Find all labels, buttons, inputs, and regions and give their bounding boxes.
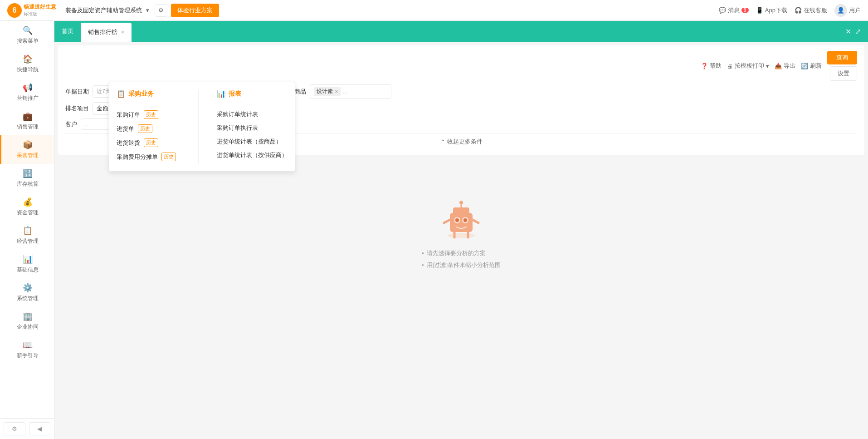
goods-tag: 设计素 × [314,87,341,96]
sidebar-settings-btn[interactable]: ⚙ [4,422,25,435]
tab-sales-ranking[interactable]: 销售排行榜 × [81,23,132,42]
print-dropdown-icon[interactable]: ▾ [766,63,769,69]
logo-area: 6 畅通道好生意 标准版 [7,3,62,18]
goods-filter: 商品 设计素 × ... [294,84,391,99]
svg-point-5 [455,218,459,222]
base-icon: 📊 [23,254,33,264]
export-btn[interactable]: 📤 导出 [775,62,795,70]
filter-toolbar: ❓ 帮助 🖨 按模板打印 ▾ 📤 导出 🔄 [65,51,857,81]
sidebar-item-system[interactable]: ⚙️系统管理 [0,278,54,307]
app-download-btn[interactable]: 📱 App下载 [756,6,787,15]
purchase-menu-item[interactable]: 进货单历史 [117,122,180,136]
empty-tips: 请先选择要分析的方案 用[过滤]条件来缩小分析范围 [422,247,501,271]
tab-home[interactable]: 首页 [54,21,81,42]
svg-point-0 [448,233,475,238]
content-area: 首页 销售排行榜 × ✕ ⤢ ❓ [54,21,868,439]
sidebar-item-purchase[interactable]: 📦采购管理 [0,135,54,164]
report-menu-item[interactable]: 采购订单执行表 [217,121,288,135]
settings-icon[interactable]: ⚙ [155,4,167,17]
purchase-menu-item[interactable]: 采购订单历史 [117,108,180,122]
marketing-icon: 📢 [23,83,33,93]
sidebar-item-sales[interactable]: 💼销售管理 [0,107,54,135]
purchase-section-icon: 📋 [117,89,126,98]
quicknav-icon: 🏠 [23,54,33,64]
online-service-btn[interactable]: 🎧 在线客服 [795,6,827,15]
help-icon: ❓ [701,63,708,69]
report-section-icon: 📊 [217,89,226,98]
report-section: 📊 报表 采购订单统计表采购订单执行表进货单统计表（按商品）进货单统计表（按供应… [217,89,288,164]
logo-icon: 6 [7,3,22,18]
sidebar-item-finance[interactable]: 💰资金管理 [0,192,54,221]
history-badge: 历史 [161,153,176,161]
export-icon: 📤 [775,63,782,69]
print-icon: 🖨 [727,63,733,69]
logo-title: 畅通道好生意 [24,3,56,11]
message-icon: 💬 [719,7,726,14]
svg-point-8 [459,201,463,204]
svg-point-6 [463,218,467,222]
tab-close-btn[interactable]: × [121,29,124,35]
refresh-btn[interactable]: 🔄 刷新 [801,62,822,70]
collapse-icon: ⌃ [440,138,445,145]
query-btn[interactable]: 查询 [827,51,857,64]
history-badge: 历史 [138,124,152,133]
purchase-section: 📋 采购业务 采购订单历史进货单历史进货退货历史采购费用分摊单历史 [117,89,180,164]
sidebar-item-enterprise[interactable]: 🏢企业协同 [0,307,54,335]
sidebar-item-marketing[interactable]: 📢营销推广 [0,78,54,107]
svg-rect-2 [453,207,469,217]
sidebar-item-guide[interactable]: 📖新手引导 [0,335,54,364]
purchase-menu-item[interactable]: 进货退货历史 [117,136,180,150]
tab-actions: ✕ ⤢ [845,27,868,36]
history-badge: 历史 [144,138,158,147]
system-dropdown-btn[interactable]: ▾ [142,5,153,16]
sidebar-bottom: ⚙ ◀ [0,418,54,439]
search-icon: 🔍 [23,25,33,35]
enterprise-icon: 🏢 [23,311,33,321]
purchase-menu-item[interactable]: 采购费用分摊单历史 [117,150,180,164]
goods-tag-close[interactable]: × [335,89,338,95]
sidebar: 🔍搜索菜单🏠快捷导航📢营销推广💼销售管理📦采购管理🔢库存核算💰资金管理📋经营管理… [0,21,54,439]
report-menu-item[interactable]: 进货单统计表（按商品） [217,135,288,148]
industry-btn[interactable]: 体验行业方案 [171,4,219,17]
phone-icon: 📱 [756,7,763,14]
notification-badge: 9 [741,8,749,13]
history-badge: 历史 [144,110,158,119]
guide-icon: 📖 [23,340,33,350]
sidebar-item-quicknav[interactable]: 🏠快捷导航 [0,49,54,78]
logo-text: 畅通道好生意 标准版 [24,3,56,17]
system-title: 装备及固定资产辅助管理系统 [65,6,142,15]
window-close-btn[interactable]: ✕ [845,27,851,36]
window-maximize-btn[interactable]: ⤢ [855,27,861,36]
sidebar-item-operation[interactable]: 📋经营管理 [0,221,54,250]
inventory-icon: 🔢 [23,168,33,178]
report-menu-item[interactable]: 采购订单统计表 [217,108,288,121]
empty-icon [434,195,488,240]
purchase-icon: 📦 [23,140,33,150]
svg-line-9 [444,220,450,223]
content-body: ❓ 帮助 🖨 按模板打印 ▾ 📤 导出 🔄 [54,42,868,439]
system-icon: ⚙️ [23,283,33,293]
report-section-title: 📊 报表 [217,89,288,102]
user-avatar: 👤 [834,4,847,17]
report-menu-item[interactable]: 进货单统计表（按供应商） [217,148,288,162]
sidebar-item-base[interactable]: 📊基础信息 [0,250,54,278]
sales-icon: 💼 [23,111,33,121]
headset-icon: 🎧 [795,7,802,14]
tab-bar: 首页 销售排行榜 × ✕ ⤢ [54,21,868,42]
help-btn[interactable]: ❓ 帮助 [701,62,722,70]
refresh-icon: 🔄 [801,63,808,69]
goods-input[interactable]: 设计素 × ... [310,84,391,99]
finance-icon: 💰 [23,197,33,207]
settings-btn[interactable]: 设置 [830,66,857,81]
operation-icon: 📋 [23,226,33,236]
user-menu-btn[interactable]: 👤 用户 [834,4,861,17]
purchase-dropdown-menu: 📋 采购业务 采购订单历史进货单历史进货退货历史采购费用分摊单历史 📊 报表 采… [109,82,295,172]
empty-state: 请先选择要分析的方案 用[过滤]条件来缩小分析范围 [54,158,868,307]
sidebar-collapse-btn[interactable]: ◀ [29,422,51,435]
sidebar-item-inventory[interactable]: 🔢库存核算 [0,164,54,192]
logo-subtitle: 标准版 [24,11,56,17]
notification-btn[interactable]: 💬 消息 9 [719,6,749,15]
sidebar-item-search[interactable]: 🔍搜索菜单 [0,21,54,49]
print-btn[interactable]: 🖨 按模板打印 ▾ [727,62,769,70]
svg-line-10 [473,220,478,223]
